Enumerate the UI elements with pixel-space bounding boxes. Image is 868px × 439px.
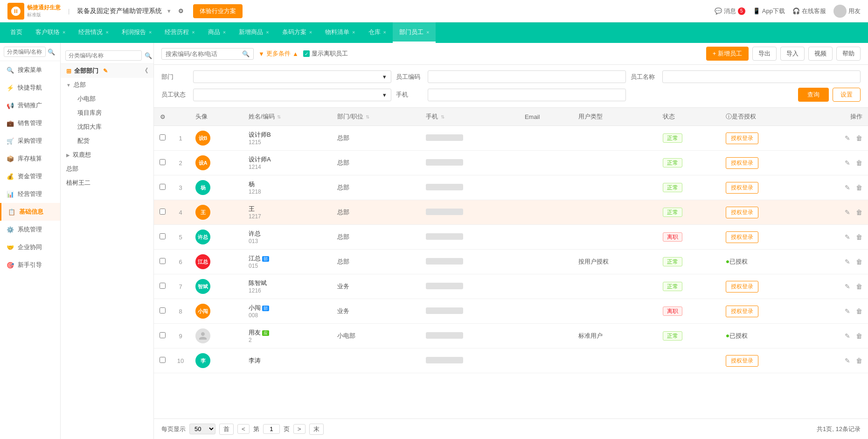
sidebar-item-management[interactable]: 📊经营管理 [0,185,60,203]
sidebar-search-icon[interactable]: 🔍 [48,49,55,56]
row-settings-6[interactable] [154,274,171,299]
online-support-action[interactable]: 🎧 在线客服 [792,7,826,15]
show-resigned-toggle[interactable]: ✓ 显示离职员工 [303,49,348,58]
auth-btn-1[interactable]: 授权登录 [726,157,758,169]
trial-button[interactable]: 体验行业方案 [193,4,243,18]
edit-icon-4[interactable]: ✎ [845,233,850,241]
row-settings-2[interactable] [154,175,171,200]
page-size-select[interactable]: 50 100 [189,424,215,434]
first-page-btn[interactable]: 首 [219,424,234,435]
title-dropdown-icon[interactable]: ▾ [167,7,171,14]
tab-add-goods[interactable]: 新增商品 × [232,22,275,43]
dept-search-icon[interactable]: 🔍 [145,52,152,59]
delete-icon-8[interactable]: 🗑 [856,332,862,340]
edit-icon-3[interactable]: ✎ [845,209,850,216]
tab-bom[interactable]: 物料清单 × [319,22,361,43]
auth-btn-6[interactable]: 授权登录 [726,281,758,293]
messages-action[interactable]: 💬 消息 5 [715,7,745,15]
edit-icon-6[interactable]: ✎ [845,283,850,290]
dept-search-input[interactable] [65,50,142,61]
app-download-action[interactable]: 📱 App下载 [753,7,785,15]
edit-icon-0[interactable]: ✎ [845,134,850,142]
row-settings-5[interactable] [154,250,171,274]
import-button[interactable]: 导入 [780,47,805,61]
prev-page-btn[interactable]: < [237,424,250,434]
query-button[interactable]: 查询 [798,88,829,102]
delete-icon-0[interactable]: 🗑 [856,134,862,142]
edit-icon-8[interactable]: ✎ [845,332,850,340]
show-resigned-checkbox[interactable]: ✓ [303,50,310,57]
sidebar-item-marketing[interactable]: 📢营销推广 [0,97,60,114]
emp-code-input[interactable] [428,70,626,83]
edit-icon-1[interactable]: ✎ [845,159,850,167]
set-button[interactable]: 设置 [833,88,861,102]
col-settings[interactable]: ⚙ [154,108,171,126]
dept-item-zhishu[interactable]: 植树王二 [61,176,153,190]
dept-item-shuangluxiang[interactable]: ▶ 双鹿想 [61,148,153,162]
dept-item-zongbu[interactable]: ▼ 总部 [61,78,153,92]
sidebar-item-system[interactable]: ⚙️系统管理 [0,221,60,238]
tab-warehouse[interactable]: 仓库 × [362,22,393,43]
auth-btn-7[interactable]: 授权登录 [726,306,758,317]
tab-goods[interactable]: 商品 × [201,22,232,43]
sidebar-item-guide[interactable]: 🎯新手引导 [0,256,60,274]
help-button[interactable]: 帮助 [836,47,861,61]
view-button[interactable]: 视频 [808,47,833,61]
dept-collapse-icon[interactable]: 《 [142,67,148,75]
edit-icon-5[interactable]: ✎ [845,258,850,265]
user-action[interactable]: 用友 [833,5,861,18]
dept-item-shenyang[interactable]: 沈阳大库 [61,120,153,134]
emp-name-input[interactable] [662,70,861,83]
dept-filter-select[interactable]: ▾ [193,70,391,83]
tab-dept-employee[interactable]: 部门员工 × [393,22,436,43]
search-icon[interactable]: 🔍 [242,50,250,57]
employee-search-input[interactable] [166,50,240,57]
dept-item-xiaodian[interactable]: 小电部 [61,92,153,106]
sidebar-item-inventory[interactable]: 📦库存核算 [0,150,60,167]
add-employee-button[interactable]: + 新增员工 [706,47,749,61]
next-page-btn[interactable]: > [293,424,306,434]
phone-input[interactable] [428,89,626,101]
row-settings-8[interactable] [154,324,171,348]
edit-icon-7[interactable]: ✎ [845,307,850,315]
col-phone[interactable]: 手机 ⇅ [420,108,519,126]
row-settings-1[interactable] [154,151,171,175]
delete-icon-9[interactable]: 🗑 [856,357,862,364]
row-settings-9[interactable] [154,348,171,373]
col-name[interactable]: 姓名/编码 ⇅ [243,108,332,126]
sidebar-item-purchase[interactable]: 🛒采购管理 [0,132,60,150]
row-settings-3[interactable] [154,200,171,225]
row-settings-4[interactable] [154,225,171,250]
auth-btn-2[interactable]: 授权登录 [726,182,758,194]
delete-icon-7[interactable]: 🗑 [856,307,862,315]
tab-history[interactable]: 经营历程 × [158,22,201,43]
delete-icon-3[interactable]: 🗑 [856,209,862,216]
sidebar-item-basic[interactable]: 📋基础信息 [0,203,60,221]
emp-status-select[interactable]: ▾ [193,89,391,101]
row-settings-7[interactable] [154,299,171,324]
delete-icon-2[interactable]: 🗑 [856,184,862,191]
more-filter-btn[interactable]: ▼ 更多条件 ▲ [258,49,299,58]
dept-item-xiangmu[interactable]: 项目库房 [61,106,153,120]
sidebar-item-sales[interactable]: 💼销售管理 [0,114,60,132]
export-button[interactable]: 导出 [752,47,777,61]
page-num-input[interactable] [263,424,280,434]
sidebar-search-input[interactable] [4,47,46,57]
tab-profit[interactable]: 利润报告 × [115,22,158,43]
tab-customer[interactable]: 客户联络 × [29,22,72,43]
last-page-btn[interactable]: 末 [309,424,324,435]
settings-icon[interactable]: ⚙ [178,7,184,14]
tab-operation[interactable]: 经营情况 × [72,22,115,43]
delete-icon-5[interactable]: 🗑 [856,258,862,265]
col-dept[interactable]: 部门/职位 ⇅ [332,108,420,126]
auth-btn-0[interactable]: 授权登录 [726,132,758,144]
dept-item-peihuo[interactable]: 配货 [61,134,153,148]
auth-btn-3[interactable]: 授权登录 [726,207,758,218]
dept-item-zongbu2[interactable]: 总部 [61,162,153,176]
sidebar-item-finance[interactable]: 💰资金管理 [0,167,60,185]
sidebar-item-search[interactable]: 🔍搜索菜单 [0,61,60,79]
edit-icon-9[interactable]: ✎ [845,357,850,364]
sidebar-item-collab[interactable]: 🤝企业协同 [0,238,60,256]
dept-edit-icon[interactable]: ✎ [103,68,108,74]
delete-icon-1[interactable]: 🗑 [856,159,862,167]
